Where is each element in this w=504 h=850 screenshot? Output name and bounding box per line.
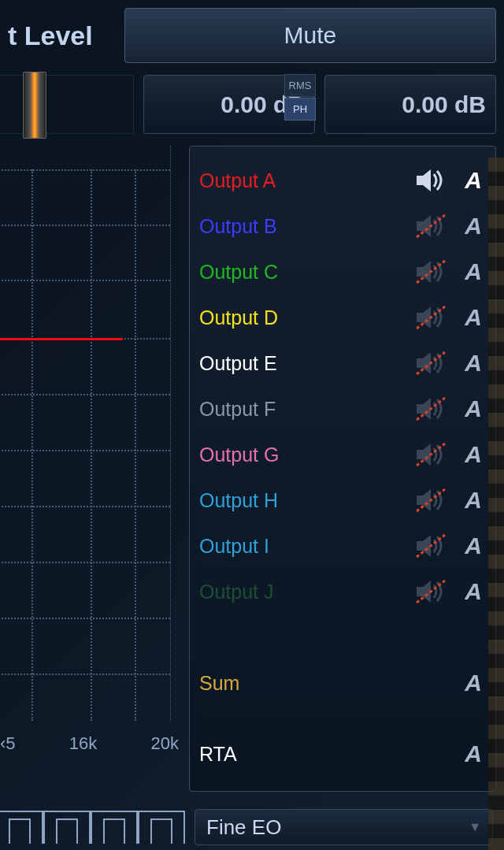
db-readout-2[interactable]: 0.00 dB <box>324 75 496 134</box>
rta-row[interactable]: RTA A <box>199 731 489 777</box>
speaker-muted-icon[interactable] <box>413 349 448 377</box>
output-row-h[interactable]: Output HA <box>199 477 489 523</box>
eq-label: Fine EO <box>206 815 281 840</box>
speaker-muted-icon[interactable] <box>413 440 448 469</box>
a-button-sum[interactable]: A <box>462 670 484 696</box>
output-row-f[interactable]: Output FA <box>199 386 489 432</box>
output-row-a[interactable]: Output AA <box>199 158 489 203</box>
output-label: Output C <box>199 261 413 284</box>
eq-select[interactable]: Fine EO ▼ <box>195 809 493 845</box>
output-label: Output F <box>199 398 413 421</box>
slider-handle[interactable] <box>23 72 46 139</box>
freq-graph[interactable]: ‹5 16k 20k <box>0 146 183 768</box>
output-row-c[interactable]: Output CA <box>199 249 489 295</box>
output-label: Output H <box>199 489 413 512</box>
db-readout-1[interactable]: 0.00 dB RMS PH <box>143 75 315 134</box>
wave-indicators <box>0 811 185 844</box>
a-button[interactable]: A <box>462 304 484 331</box>
a-button[interactable]: A <box>462 487 484 514</box>
output-label: Output J <box>199 581 413 603</box>
x-axis-labels: ‹5 16k 20k <box>0 733 183 754</box>
a-button[interactable]: A <box>462 533 484 559</box>
speaker-icon[interactable] <box>413 166 448 195</box>
a-button[interactable]: A <box>462 258 484 285</box>
db-value-2: 0.00 dB <box>402 91 486 118</box>
output-row-j[interactable]: Output JA <box>199 569 489 614</box>
a-button[interactable]: A <box>462 350 484 377</box>
a-button[interactable]: A <box>462 578 484 605</box>
output-label: Output D <box>199 306 413 329</box>
a-button-rta[interactable]: A <box>462 741 484 767</box>
a-button[interactable]: A <box>462 395 484 422</box>
chevron-down-icon: ▼ <box>469 820 481 834</box>
rta-label: RTA <box>199 743 413 766</box>
ph-toggle[interactable]: PH <box>284 98 316 121</box>
output-row-b[interactable]: Output BA <box>199 203 489 249</box>
a-button[interactable]: A <box>462 441 484 468</box>
rms-toggle[interactable]: RMS <box>284 74 316 97</box>
output-row-g[interactable]: Output GA <box>199 432 489 477</box>
sum-label: Sum <box>199 672 413 695</box>
sum-row[interactable]: Sum A <box>199 660 489 706</box>
speaker-muted-icon[interactable] <box>413 212 448 240</box>
output-panel: Output AAOutput BAOutput CAOutput DAOutp… <box>189 146 496 792</box>
speaker-muted-icon[interactable] <box>413 486 448 514</box>
speaker-muted-icon[interactable] <box>413 577 448 606</box>
speaker-muted-icon[interactable] <box>413 532 448 560</box>
mute-button[interactable]: Mute <box>124 8 496 63</box>
output-label: Output E <box>199 352 413 375</box>
output-label: Output I <box>199 535 413 558</box>
decorative-edge <box>488 158 504 850</box>
level-label: t Level <box>8 20 109 51</box>
speaker-muted-icon[interactable] <box>413 395 448 423</box>
a-button[interactable]: A <box>462 213 484 239</box>
output-row-i[interactable]: Output IA <box>199 523 489 569</box>
output-row-e[interactable]: Output EA <box>199 340 489 386</box>
level-slider[interactable] <box>0 75 134 134</box>
speaker-muted-icon[interactable] <box>413 303 448 332</box>
speaker-icon <box>413 669 448 697</box>
output-label: Output B <box>199 215 413 238</box>
curve-line <box>0 338 123 340</box>
output-label: Output A <box>199 169 413 192</box>
output-row-d[interactable]: Output DA <box>199 295 489 340</box>
speaker-icon <box>413 740 448 768</box>
output-label: Output G <box>199 444 413 466</box>
graph-grid <box>0 146 171 721</box>
speaker-muted-icon[interactable] <box>413 258 448 286</box>
a-button[interactable]: A <box>462 167 484 194</box>
